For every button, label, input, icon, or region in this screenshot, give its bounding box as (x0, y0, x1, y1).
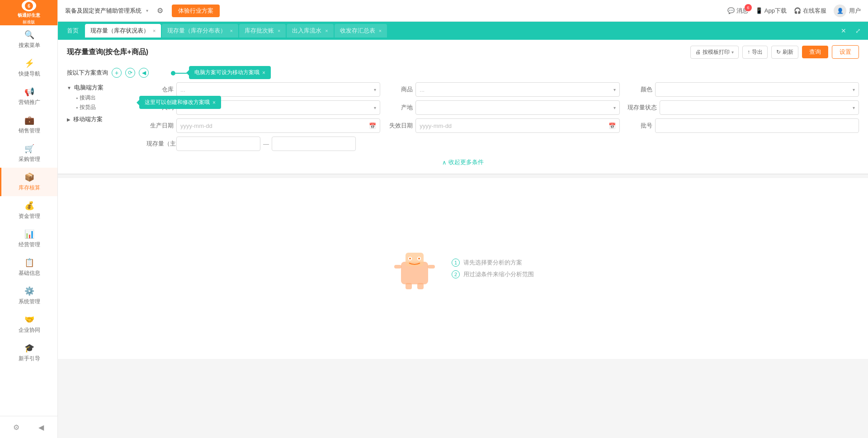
scheme-tooltip-1: 电脑方案可设为移动方案哦 × (189, 66, 271, 79)
tab-inventory-status-label: 现存量（库存状况表） (90, 27, 149, 35)
sidebar-item-basic[interactable]: 📋 基础信息 (0, 253, 57, 282)
sidebar-item-guide[interactable]: 🎓 新手引导 (0, 339, 57, 367)
sidebar-item-sales[interactable]: 💼 销售管理 (0, 111, 57, 139)
tooltip1-close-btn[interactable]: × (262, 70, 265, 76)
goods-select[interactable]: ... ▾ (415, 82, 619, 97)
stock-qty-max[interactable] (272, 137, 356, 151)
sidebar-item-system[interactable]: ⚙️ 系统管理 (0, 282, 57, 310)
tab-inventory-status[interactable]: 现存量（库存状况表） × (85, 24, 161, 38)
stock-status-select[interactable]: ▾ (660, 100, 859, 115)
print-btn[interactable]: 🖨 按模板打印 ▾ (690, 46, 739, 59)
color-dropdown-icon: ▾ (853, 87, 855, 92)
tab-inventory-status-close[interactable]: × (153, 28, 156, 33)
goods-dropdown-icon: ▾ (613, 87, 616, 92)
sidebar-item-operations[interactable]: 📊 经营管理 (0, 225, 57, 253)
tab-inventory-dist-close[interactable]: × (230, 28, 232, 33)
scheme-sub-item-2[interactable]: ▪ 按货品 (76, 103, 139, 112)
refresh-btn[interactable]: ↻ 刷新 (771, 46, 798, 59)
scheme-tooltip-2: 这里可以创建和修改方案哦 × (139, 96, 221, 109)
empty-text: 1 请先选择要分析的方案 2 用过滤条件来缩小分析范围 (452, 259, 534, 278)
refresh-icon: ↻ (776, 49, 781, 55)
origin-dropdown-icon: ▾ (613, 105, 616, 110)
stock-qty-min[interactable] (176, 137, 260, 151)
add-scheme-btn[interactable]: + (112, 68, 122, 78)
filter-origin: 产地 ▾ (386, 100, 619, 115)
scheme-sub-item-1[interactable]: ▪ 接调出 (76, 93, 139, 103)
tooltip2-close-btn[interactable]: × (212, 99, 216, 106)
empty-state: 1 请先选择要分析的方案 2 用过滤条件来缩小分析范围 (383, 219, 543, 318)
expand-tabs-btn[interactable]: ⤢ (852, 24, 864, 37)
sidebar-item-guide-label: 新手引导 (19, 355, 40, 363)
online-support-btn[interactable]: 🎧 在线客服 (794, 7, 826, 15)
system-name: 装备及固定资产辅助管理系统 (65, 7, 142, 15)
step-2-circle: 2 (452, 270, 460, 278)
settings-btn[interactable]: 设置 (832, 45, 859, 59)
close-all-tabs-btn[interactable]: ✕ (837, 24, 850, 37)
desktop-scheme-row[interactable]: ▼ 电脑端方案 (67, 82, 139, 93)
sidebar-item-enterprise[interactable]: 🤝 企业协同 (0, 310, 57, 339)
collapse-sidebar-btn[interactable]: ◀ (34, 420, 48, 434)
exp-date-calendar-icon: 📅 (609, 122, 616, 129)
prod-date-input[interactable]: yyyy-mm-dd 📅 (176, 118, 380, 133)
sidebar: 6 畅通好生意 标准版 🔍 搜索菜单 ⚡ 快捷导航 📢 营销推广 💼 销售管理 … (0, 0, 58, 438)
sidebar-item-search[interactable]: 🔍 搜索菜单 (0, 25, 57, 54)
filter-area: 按以下方案查询 + ⟳ ◀ ◀ 电脑方案可设为移动方案哦 × (58, 62, 868, 174)
quick-nav-icon: ⚡ (24, 58, 34, 68)
sidebar-item-finance[interactable]: 💰 资金管理 (0, 196, 57, 225)
system-icon: ⚙️ (24, 286, 34, 296)
svg-text:6: 6 (28, 4, 30, 9)
desktop-arrow: ▼ (67, 85, 71, 90)
filter-row-1: 仓库 ... ▾ 商品 ... ▾ (146, 82, 859, 97)
svg-point-6 (409, 258, 411, 259)
svg-rect-8 (394, 265, 401, 268)
sidebar-item-finance-label: 资金管理 (19, 212, 40, 220)
exp-date-input[interactable]: yyyy-mm-dd 📅 (415, 118, 619, 133)
tab-home[interactable]: 首页 (61, 24, 84, 38)
industry-btn[interactable]: 体验行业方案 (172, 5, 220, 17)
tab-inventory-dist[interactable]: 现存量（库存分布表） × (162, 24, 238, 38)
mobile-scheme-row[interactable]: ▶ 移动端方案 (67, 114, 139, 125)
sidebar-item-system-label: 系统管理 (19, 298, 40, 306)
origin-select[interactable]: ▾ (415, 100, 619, 115)
message-icon: 💬 (727, 7, 735, 14)
collapse-filter-btn[interactable]: ∧ 收起更多条件 (67, 155, 859, 168)
tab-receive-summary[interactable]: 收发存汇总表 × (335, 24, 387, 38)
filter-exp-date: 失效日期 yyyy-mm-dd 📅 (386, 118, 619, 133)
sidebar-item-basic-label: 基础信息 (19, 269, 40, 277)
query-btn[interactable]: 查询 (802, 46, 828, 58)
tab-in-out-flow-close[interactable]: × (325, 28, 328, 33)
system-selector[interactable]: 装备及固定资产辅助管理系统 ▾ (65, 7, 148, 15)
user-avatar: 👤 (834, 5, 846, 17)
tab-in-out-flow[interactable]: 出入库流水 × (287, 24, 333, 38)
empty-step-2: 2 用过滤条件来缩小分析范围 (452, 270, 534, 278)
messages-btn[interactable]: 💬 消息 6 (727, 7, 748, 15)
tab-batch-ledger-close[interactable]: × (278, 28, 280, 33)
export-btn[interactable]: ↑ 导出 (742, 46, 768, 59)
enterprise-icon: 🤝 (24, 315, 34, 325)
topbar-settings-btn[interactable]: ⚙ (154, 5, 166, 17)
sidebar-item-quick-nav[interactable]: ⚡ 快捷导航 (0, 54, 57, 82)
tab-receive-summary-close[interactable]: × (379, 28, 382, 33)
settings-bottom-btn[interactable]: ⚙ (9, 420, 24, 434)
export-icon: ↑ (747, 49, 750, 55)
warehouse-select[interactable]: ... ▾ (176, 82, 380, 97)
tab-batch-ledger[interactable]: 库存批次账 × (239, 24, 286, 38)
sidebar-item-inventory[interactable]: 📦 库存核算 (0, 168, 57, 196)
online-support-label: 在线客服 (803, 7, 826, 15)
batch-input[interactable] (655, 118, 859, 133)
prev-scheme-btn[interactable]: ◀ (139, 68, 149, 78)
sidebar-item-purchase[interactable]: 🛒 采购管理 (0, 139, 57, 168)
headset-icon: 🎧 (794, 7, 801, 14)
print-icon: 🖨 (695, 49, 701, 55)
sidebar-item-marketing-label: 营销推广 (19, 99, 40, 106)
color-select[interactable]: ▾ (655, 82, 859, 97)
user-menu[interactable]: 👤 用户 (834, 5, 861, 17)
filter-stock-status: 现存量状态 ▾ (625, 100, 859, 115)
sales-icon: 💼 (24, 115, 34, 125)
filter-prod-date: 生产日期 yyyy-mm-dd 📅 (146, 118, 380, 133)
app-download-btn[interactable]: 📱 App下载 (755, 7, 787, 15)
edit-scheme-btn[interactable]: ⟳ (125, 68, 135, 78)
page-content: 现存量查询(按仓库+商品) 🖨 按模板打印 ▾ ↑ 导出 ↻ 刷新 (58, 40, 868, 438)
main-area: 装备及固定资产辅助管理系统 ▾ ⚙ 体验行业方案 💬 消息 6 📱 App下载 … (58, 0, 868, 438)
sidebar-item-marketing[interactable]: 📢 营销推广 (0, 82, 57, 111)
